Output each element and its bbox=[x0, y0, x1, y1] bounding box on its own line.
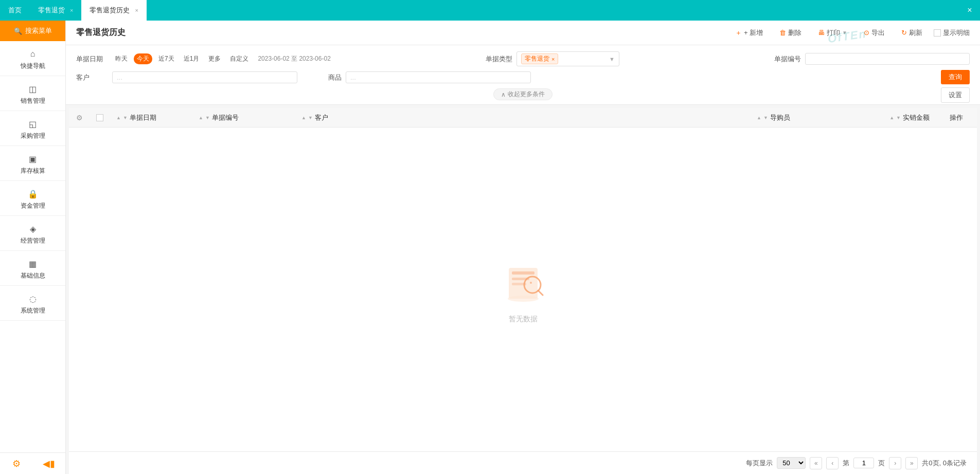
sort-down-icon4: ▼ bbox=[763, 115, 768, 120]
sidebar-item-operations[interactable]: ◈ 经营管理 bbox=[0, 216, 65, 251]
sort-down-icon: ▼ bbox=[123, 115, 128, 120]
th-billno[interactable]: ▲ ▼ 单据编号 bbox=[192, 113, 295, 122]
header-actions: ＋ + 新增 🗑 删除 🖶 打印 ▼ ⊙ 导出 ↻ bbox=[730, 26, 970, 40]
inventory-icon: ▣ bbox=[27, 153, 39, 165]
date-btn-yesterday[interactable]: 昨天 bbox=[112, 53, 131, 64]
type-dropdown-icon: ▼ bbox=[609, 56, 615, 62]
customer-filter-label: 客户 bbox=[76, 73, 112, 82]
sort-down-icon5: ▼ bbox=[896, 115, 901, 120]
tab-home-label: 首页 bbox=[8, 6, 22, 15]
th-gear[interactable]: ⚙ bbox=[69, 114, 90, 122]
operations-icon: ◈ bbox=[27, 223, 39, 234]
th-guide-label: 导购员 bbox=[770, 113, 790, 122]
sidebar: 🔍 搜索菜单 ⌂ 快捷导航 ◫ 销售管理 ◱ 采购管理 ▣ 库存核算 🔒 资金 bbox=[0, 21, 66, 474]
export-label: 导出 bbox=[871, 28, 885, 38]
pagination: 每页显示 50 20 100 « ‹ 第 1 页 › » 共0页, 0条记录 bbox=[69, 451, 977, 474]
date-btn-custom[interactable]: 自定义 bbox=[227, 53, 252, 64]
refresh-label: 刷新 bbox=[909, 28, 922, 38]
page-size-select[interactable]: 50 20 100 bbox=[777, 457, 806, 469]
sidebar-item-inventory[interactable]: ▣ 库存核算 bbox=[0, 146, 65, 181]
finance-icon: 🔒 bbox=[27, 188, 39, 199]
page-title: 零售退货历史 bbox=[76, 27, 724, 38]
goods-filter-input[interactable]: ... bbox=[346, 71, 531, 83]
type-filter-select[interactable]: 零售退货 × ▼ bbox=[516, 51, 619, 66]
sidebar-settings-icon[interactable]: ⚙ bbox=[8, 455, 25, 472]
prev-page-button[interactable]: ‹ bbox=[826, 457, 839, 469]
collapse-label: 收起更多条件 bbox=[508, 90, 545, 99]
date-btn-1month[interactable]: 近1月 bbox=[181, 53, 203, 64]
sidebar-item-operations-label: 经营管理 bbox=[21, 236, 45, 245]
collapse-bar: ∧ 收起更多条件 bbox=[76, 88, 970, 100]
sidebar-search-label: 搜索菜单 bbox=[25, 26, 52, 35]
refresh-button[interactable]: ↻ 刷新 bbox=[896, 26, 928, 40]
sidebar-item-sales-label: 销售管理 bbox=[21, 97, 45, 105]
sidebar-item-finance[interactable]: 🔒 资金管理 bbox=[0, 181, 65, 216]
type-tag-close[interactable]: × bbox=[551, 56, 555, 62]
content-area: 零售退货历史 ＋ + 新增 🗑 删除 🖶 打印 ▼ ⊙ 导出 bbox=[66, 21, 980, 474]
plus-icon: ＋ bbox=[735, 28, 742, 38]
sort-up-icon5: ▲ bbox=[889, 115, 894, 120]
sidebar-item-inventory-label: 库存核算 bbox=[21, 167, 45, 175]
tab-list: 首页 零售退货 × 零售退货历史 × bbox=[0, 0, 959, 21]
sidebar-item-base-info[interactable]: ▦ 基础信息 bbox=[0, 251, 65, 286]
date-btn-more[interactable]: 更多 bbox=[205, 53, 224, 64]
display-detail-toggle[interactable]: 显示明细 bbox=[934, 28, 970, 38]
tab-retail-return-history[interactable]: 零售退货历史 × bbox=[81, 0, 146, 21]
export-button[interactable]: ⊙ 导出 bbox=[859, 26, 890, 40]
page-word: 第 bbox=[843, 459, 849, 468]
customer-filter-input[interactable]: ... bbox=[112, 71, 297, 83]
sort-up-icon4: ▲ bbox=[757, 115, 761, 120]
first-page-button[interactable]: « bbox=[810, 457, 822, 469]
settings-button[interactable]: 设置 bbox=[941, 87, 970, 103]
tab-retail-return-close[interactable]: × bbox=[70, 7, 73, 13]
billno-filter-input[interactable] bbox=[805, 53, 970, 65]
collapse-button[interactable]: ∧ 收起更多条件 bbox=[493, 88, 553, 100]
select-all-checkbox[interactable] bbox=[96, 114, 103, 121]
export-icon: ⊙ bbox=[864, 29, 869, 37]
customer-placeholder: ... bbox=[117, 74, 122, 81]
last-page-button[interactable]: » bbox=[905, 457, 918, 469]
top-bar: 首页 零售退货 × 零售退货历史 × × bbox=[0, 0, 980, 21]
sidebar-volume-icon[interactable]: ◀▮ bbox=[41, 455, 57, 472]
th-amount-label: 实销金额 bbox=[903, 113, 930, 122]
page-size-label: 每页显示 bbox=[746, 459, 773, 468]
th-date[interactable]: ▲ ▼ 单据日期 bbox=[110, 113, 192, 122]
display-detail-checkbox[interactable] bbox=[934, 29, 941, 37]
tab-home[interactable]: 首页 bbox=[0, 0, 30, 21]
sidebar-item-quick-nav-label: 快捷导航 bbox=[21, 62, 45, 70]
th-customer[interactable]: ▲ ▼ 客户 bbox=[295, 113, 751, 122]
type-filter-label: 单据类型 bbox=[486, 54, 512, 64]
sidebar-search[interactable]: 🔍 搜索菜单 bbox=[0, 21, 65, 41]
svg-point-7 bbox=[530, 282, 532, 284]
sidebar-item-purchase-mgmt[interactable]: ◱ 采购管理 bbox=[0, 111, 65, 146]
delete-icon: 🗑 bbox=[779, 29, 786, 37]
new-button[interactable]: ＋ + 新增 bbox=[730, 26, 768, 40]
print-button[interactable]: 🖶 打印 ▼ bbox=[813, 26, 852, 40]
sidebar-item-finance-label: 资金管理 bbox=[21, 202, 45, 210]
main-layout: 🔍 搜索菜单 ⌂ 快捷导航 ◫ 销售管理 ◱ 采购管理 ▣ 库存核算 🔒 资金 bbox=[0, 21, 980, 474]
sidebar-menu: ⌂ 快捷导航 ◫ 销售管理 ◱ 采购管理 ▣ 库存核算 🔒 资金管理 ◈ 经营管… bbox=[0, 41, 65, 452]
settings-icon: ⚙ bbox=[76, 114, 83, 122]
tab-retail-return[interactable]: 零售退货 × bbox=[30, 0, 81, 21]
sidebar-item-system[interactable]: ◌ 系统管理 bbox=[0, 286, 65, 321]
billno-filter-label: 单据编号 bbox=[774, 54, 801, 64]
query-button[interactable]: 查询 bbox=[941, 70, 970, 84]
date-btn-7days[interactable]: 近7天 bbox=[155, 53, 177, 64]
th-ops: 操作 bbox=[936, 113, 977, 122]
goods-placeholder: ... bbox=[350, 74, 356, 81]
th-select-all[interactable] bbox=[90, 114, 110, 121]
date-btn-today[interactable]: 今天 bbox=[134, 53, 152, 64]
sidebar-item-sales-mgmt[interactable]: ◫ 销售管理 bbox=[0, 76, 65, 111]
delete-button[interactable]: 🗑 删除 bbox=[774, 26, 807, 40]
svg-rect-2 bbox=[512, 271, 534, 275]
collapse-up-icon: ∧ bbox=[501, 91, 506, 98]
next-page-button[interactable]: › bbox=[889, 457, 901, 469]
th-guide[interactable]: ▲ ▼ 导购员 bbox=[751, 113, 853, 122]
sidebar-item-quick-nav[interactable]: ⌂ 快捷导航 bbox=[0, 41, 65, 76]
th-amount[interactable]: ▲ ▼ 实销金额 bbox=[853, 113, 936, 122]
tab-retail-return-history-close[interactable]: × bbox=[135, 7, 138, 13]
new-label: + 新增 bbox=[744, 28, 763, 38]
sidebar-item-base-info-label: 基础信息 bbox=[21, 271, 45, 280]
page-input[interactable]: 1 bbox=[853, 458, 874, 468]
window-close-button[interactable]: × bbox=[959, 0, 980, 21]
